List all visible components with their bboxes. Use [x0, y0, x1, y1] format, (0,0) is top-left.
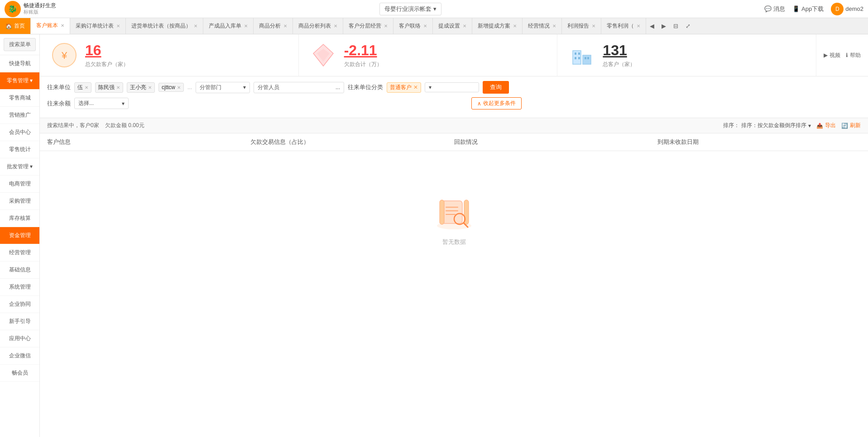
message-btn[interactable]: 💬 消息 [764, 5, 785, 13]
sidebar-item-basic-info[interactable]: 基础信息 [0, 261, 39, 279]
tab-expand-btn[interactable]: ⤢ [682, 18, 694, 34]
tab-business-status-label: 经营情况 [528, 22, 550, 30]
tab-accounts[interactable]: 客户账本 ✕ [31, 18, 70, 34]
results-summary: 搜索结果中，客户0家 欠款金额 0.00元 [47, 122, 144, 129]
tab-customer-contact-close[interactable]: ✕ [423, 24, 427, 28]
tab-production[interactable]: 产成品入库单 ✕ [203, 18, 254, 34]
query-btn[interactable]: 查询 [483, 81, 509, 94]
tab-profit-report-close[interactable]: ✕ [592, 24, 595, 28]
tab-product-analysis[interactable]: 商品分析 ✕ [254, 18, 293, 34]
top-header: 🐉 畅捷通好生意 标账版 母婴行业演示帐套 ▾ 💬 消息 📱 App下载 D d… [0, 0, 868, 18]
tab-new-promotion-plan-close[interactable]: ✕ [513, 24, 517, 28]
user-menu[interactable]: D demo2 [831, 3, 863, 15]
tab-business-status[interactable]: 经营情况 ✕ [523, 18, 562, 34]
tab-product-analysis-list-label: 商品分析列表 [298, 22, 331, 30]
tab-customer-layer-close[interactable]: ✕ [384, 24, 388, 28]
tab-purchase-orders-close[interactable]: ✕ [116, 24, 120, 28]
tab-promotion-settings-label: 提成设置 [438, 22, 460, 30]
results-text: 搜索结果中，客户0家 [47, 122, 99, 128]
tab-accounts-close[interactable]: ✕ [61, 23, 64, 28]
tab-new-promotion-plan[interactable]: 新增提成方案 ✕ [472, 18, 523, 34]
tab-home[interactable]: 🏠 首页 [0, 18, 31, 34]
tab-purchase-orders-label: 采购订单统计表 [76, 22, 114, 30]
category-select[interactable]: ▾ [425, 82, 479, 92]
person-select[interactable]: 分管人员 ... [254, 82, 344, 93]
tab-business-status-close[interactable]: ✕ [552, 24, 556, 28]
tab-purchase-stats[interactable]: 进货单统计表（按商品） ✕ [126, 18, 203, 34]
tab-customer-layer[interactable]: 客户分层经营 ✕ [343, 18, 393, 34]
tab-customer-contact[interactable]: 客户联络 ✕ [393, 18, 433, 34]
help-btn[interactable]: ℹ 帮助 [846, 52, 861, 59]
tab-prev-btn[interactable]: ◀ [646, 18, 658, 34]
search-menu-btn[interactable]: 搜索菜单 [4, 38, 36, 51]
sidebar-item-finance[interactable]: 资金管理 [0, 227, 39, 244]
user-name: demo2 [845, 5, 863, 12]
svg-rect-13 [441, 201, 462, 223]
sidebar-item-member[interactable]: 会员中心 [0, 124, 39, 141]
sidebar-item-marketing[interactable]: 营销推广 [0, 107, 39, 124]
sidebar-item-app-center[interactable]: 应用中心 [0, 330, 39, 347]
help-icon: ℹ [846, 52, 848, 58]
tab-promotion-settings-close[interactable]: ✕ [463, 24, 466, 28]
avatar: D [831, 3, 844, 15]
filter-row-1: 往来单位 伍 ✕ 陈民强 ✕ 王小亮 ✕ cjttcw ✕ ... [47, 81, 861, 94]
sidebar-item-system[interactable]: 系统管理 [0, 279, 39, 296]
filter-tag-wang-remove[interactable]: ✕ [148, 85, 152, 90]
sidebar-item-quick-nav[interactable]: 快捷导航 [0, 55, 39, 72]
sidebar-item-retail-stats[interactable]: 零售统计 [0, 141, 39, 158]
tab-customer-layer-label: 客户分层经营 [349, 22, 381, 30]
sort-dropdown-icon: ▾ [808, 123, 811, 129]
dept-select[interactable]: 分管部门 ▾ [196, 82, 250, 93]
balance-select[interactable]: 选择... ▾ [74, 98, 129, 109]
stat-overdue-customers-info: 16 总欠款客户（家） [85, 42, 129, 68]
tab-next-btn[interactable]: ▶ [658, 18, 670, 34]
tab-product-analysis-close[interactable]: ✕ [283, 24, 287, 28]
workspace-label: 母婴行业演示帐套 [384, 5, 432, 13]
video-help: ▶ 视频 ℹ 帮助 [824, 52, 861, 59]
refresh-btn[interactable]: 🔄 刷新 [841, 122, 861, 129]
tab-product-analysis-list[interactable]: 商品分析列表 ✕ [293, 18, 343, 34]
tab-retail-profit[interactable]: 零售利润（ ✕ [601, 18, 646, 34]
filter-tag-chen-remove[interactable]: ✕ [116, 85, 120, 90]
filter-area: 往来单位 伍 ✕ 陈民强 ✕ 王小亮 ✕ cjttcw ✕ ... [40, 76, 868, 118]
sidebar-item-vip[interactable]: 畅会员 [0, 365, 39, 382]
sidebar-item-new-guide[interactable]: 新手引导 [0, 313, 39, 330]
filter-tag-wu-remove[interactable]: ✕ [85, 85, 88, 90]
col-repayment: 回款情况 [454, 138, 657, 146]
tab-product-analysis-list-close[interactable]: ✕ [334, 24, 337, 28]
sidebar-item-purchase[interactable]: 采购管理 [0, 193, 39, 210]
stat-overdue-amount-info: -2.11 欠款合计（万） [344, 42, 382, 68]
tab-product-analysis-label: 商品分析 [259, 22, 281, 30]
sidebar-item-inventory[interactable]: 库存核算 [0, 210, 39, 227]
filter-tag-cjttcw-remove[interactable]: ✕ [177, 85, 181, 90]
play-icon: ▶ [824, 52, 828, 58]
tab-retail-profit-close[interactable]: ✕ [637, 24, 640, 28]
tab-profit-report-label: 利润报告 [567, 22, 589, 30]
app-download-btn[interactable]: 📱 App下载 [792, 5, 824, 13]
collapse-btn[interactable]: ∧ 收起更多条件 [471, 97, 522, 109]
sidebar-item-operations[interactable]: 经营管理 [0, 244, 39, 261]
video-btn[interactable]: ▶ 视频 [824, 52, 840, 59]
tab-production-close[interactable]: ✕ [244, 24, 248, 28]
sidebar-item-retail-shop[interactable]: 零售商城 [0, 90, 39, 107]
sidebar-item-enterprise[interactable]: 企业协同 [0, 296, 39, 313]
person-placeholder: 分管人员 [258, 84, 279, 91]
workspace-selector[interactable]: 母婴行业演示帐套 ▾ [379, 3, 441, 15]
logo-icon: 🐉 [5, 1, 21, 17]
tab-purchase-orders[interactable]: 采购订单统计表 ✕ [70, 18, 126, 34]
tab-purchase-stats-close[interactable]: ✕ [194, 24, 197, 28]
sidebar-item-wechat[interactable]: 企业微信 [0, 347, 39, 365]
sort-select[interactable]: 排序： 排序：按欠款金额倒序排序 ▾ [723, 122, 811, 129]
category-tag-remove[interactable]: ✕ [413, 84, 418, 90]
category-tag-normal: 普通客户 ✕ [387, 82, 421, 93]
tab-collapse-btn[interactable]: ⊟ [670, 18, 682, 34]
export-btn[interactable]: 📤 导出 [816, 122, 836, 129]
tab-profit-report[interactable]: 利润报告 ✕ [562, 18, 601, 34]
sidebar-item-retail[interactable]: 零售管理 ▾ [0, 72, 39, 90]
svg-rect-10 [585, 57, 586, 59]
filter-tag-wu: 伍 ✕ [74, 82, 91, 93]
sidebar-item-ecommerce[interactable]: 电商管理 [0, 176, 39, 193]
sidebar-item-wholesale[interactable]: 批发管理 ▾ [0, 158, 39, 176]
tab-promotion-settings[interactable]: 提成设置 ✕ [433, 18, 472, 34]
filter-more-btn[interactable]: ... [187, 84, 192, 90]
